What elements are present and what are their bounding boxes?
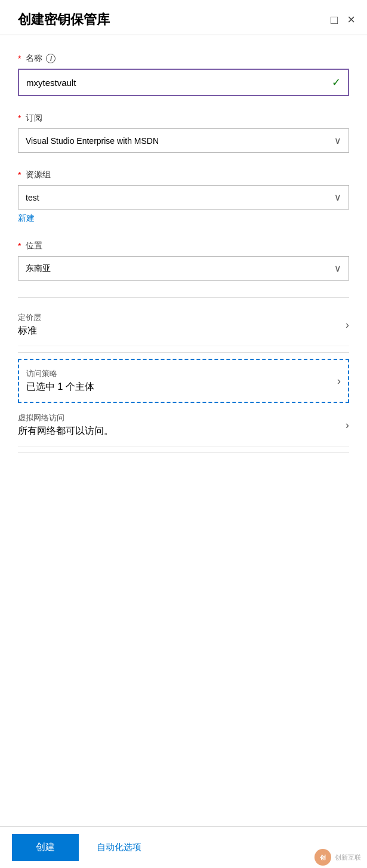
name-input[interactable]: mxytestvault ✓ bbox=[18, 69, 349, 96]
location-label-text: 位置 bbox=[26, 241, 42, 251]
pricing-tier-label: 定价层 bbox=[18, 312, 41, 323]
resource-group-new-link[interactable]: 新建 bbox=[18, 213, 35, 224]
close-button[interactable]: × bbox=[347, 12, 355, 27]
location-field-group: * 位置 东南亚 ∨ bbox=[18, 241, 349, 281]
access-policy-row[interactable]: 访问策略 已选中 1 个主体 › bbox=[18, 359, 349, 403]
subscription-field-group: * 订阅 Visual Studio Enterprise with MSDN … bbox=[18, 113, 349, 153]
virtual-network-label: 虚拟网络访问 bbox=[18, 413, 113, 423]
name-field-label: * 名称 i bbox=[18, 53, 349, 64]
pricing-tier-value: 标准 bbox=[18, 325, 41, 337]
location-select[interactable]: 东南亚 ∨ bbox=[18, 256, 349, 281]
footer: 创建 自动化选项 创 创新互联 bbox=[0, 826, 367, 868]
create-button[interactable]: 创建 bbox=[12, 834, 79, 861]
access-policy-content: 访问策略 已选中 1 个主体 bbox=[26, 368, 94, 393]
location-field-label: * 位置 bbox=[18, 241, 349, 251]
name-value: mxytestvault bbox=[26, 78, 76, 88]
divider-3 bbox=[18, 453, 349, 453]
dialog-title: 创建密钥保管库 bbox=[18, 11, 110, 29]
virtual-network-value: 所有网络都可以访问。 bbox=[18, 425, 113, 438]
resource-group-required-star: * bbox=[18, 170, 21, 180]
access-policy-value: 已选中 1 个主体 bbox=[26, 381, 94, 393]
subscription-label-text: 订阅 bbox=[26, 113, 42, 124]
resource-group-field-label: * 资源组 bbox=[18, 170, 349, 180]
location-required-star: * bbox=[18, 241, 21, 251]
automation-options-button[interactable]: 自动化选项 bbox=[97, 842, 141, 853]
resource-group-select[interactable]: test ∨ bbox=[18, 185, 349, 210]
access-policy-label: 访问策略 bbox=[26, 368, 94, 379]
name-valid-icon: ✓ bbox=[332, 76, 341, 89]
watermark: 创 创新互联 bbox=[314, 849, 361, 866]
name-label-text: 名称 bbox=[26, 53, 42, 64]
virtual-network-content: 虚拟网络访问 所有网络都可以访问。 bbox=[18, 413, 113, 438]
resource-group-chevron-icon: ∨ bbox=[334, 192, 341, 203]
name-required-star: * bbox=[18, 54, 21, 63]
window-controls: □ × bbox=[331, 12, 355, 27]
divider-1 bbox=[18, 297, 349, 298]
resource-group-label-text: 资源组 bbox=[26, 170, 51, 180]
create-key-vault-dialog: 创建密钥保管库 □ × * 名称 i mxytestvault ✓ * 订阅 bbox=[0, 0, 367, 868]
watermark-text: 创新互联 bbox=[335, 853, 361, 862]
form-content: * 名称 i mxytestvault ✓ * 订阅 Visual Studio… bbox=[0, 35, 367, 868]
access-policy-chevron-icon: › bbox=[337, 375, 341, 387]
name-info-icon[interactable]: i bbox=[46, 54, 55, 63]
location-value: 东南亚 bbox=[26, 263, 51, 274]
resource-group-field-group: * 资源组 test ∨ 新建 bbox=[18, 170, 349, 224]
pricing-tier-chevron-icon: › bbox=[346, 319, 349, 331]
subscription-select[interactable]: Visual Studio Enterprise with MSDN ∨ bbox=[18, 128, 349, 153]
title-bar: 创建密钥保管库 □ × bbox=[0, 0, 367, 35]
svg-text:创: 创 bbox=[319, 854, 326, 861]
watermark-logo: 创 bbox=[314, 849, 331, 866]
maximize-button[interactable]: □ bbox=[331, 13, 338, 27]
virtual-network-row[interactable]: 虚拟网络访问 所有网络都可以访问。 › bbox=[18, 404, 349, 447]
pricing-tier-content: 定价层 标准 bbox=[18, 312, 41, 337]
subscription-value: Visual Studio Enterprise with MSDN bbox=[26, 136, 159, 146]
virtual-network-chevron-icon: › bbox=[346, 419, 349, 432]
subscription-chevron-icon: ∨ bbox=[334, 135, 341, 146]
divider-2 bbox=[18, 352, 349, 353]
pricing-tier-row[interactable]: 定价层 标准 › bbox=[18, 304, 349, 346]
subscription-required-star: * bbox=[18, 113, 21, 123]
subscription-field-label: * 订阅 bbox=[18, 113, 349, 124]
location-chevron-icon: ∨ bbox=[334, 263, 341, 274]
resource-group-value: test bbox=[26, 193, 39, 202]
name-field-group: * 名称 i mxytestvault ✓ bbox=[18, 53, 349, 96]
